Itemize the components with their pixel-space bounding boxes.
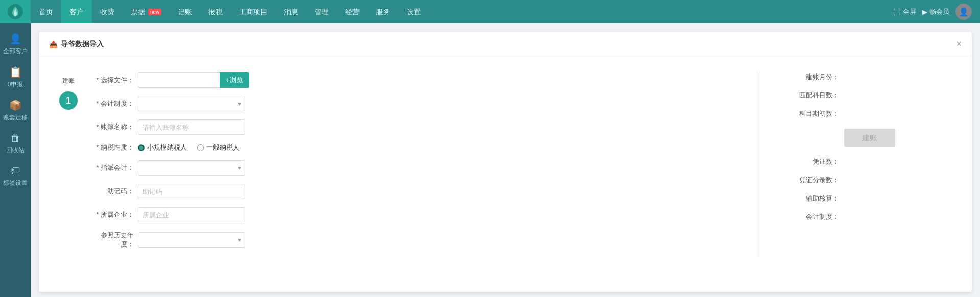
- nav-item-customer[interactable]: 客户: [61, 0, 92, 23]
- nav-item-service[interactable]: 服务: [368, 0, 398, 23]
- sidebar: 👤 全部客户 📋 0申报 📦 账套迁移 🗑 回收站 🏷 标签设置: [0, 23, 31, 297]
- company-input[interactable]: [138, 207, 245, 222]
- aux-accounting-label: 辅助核算：: [788, 194, 839, 203]
- form-row-memo-code: 助记码：: [88, 184, 726, 199]
- company-label: * 所属企业：: [88, 210, 134, 219]
- info-row-subject-match: 匹配科目数：: [788, 91, 951, 100]
- form-row-tax-type: * 纳税性质： 小规模纳税人 一般纳税人: [88, 143, 726, 152]
- nav-item-operation[interactable]: 经营: [337, 0, 368, 23]
- left-panel: 建账 1 * 选择文件： +浏览: [59, 72, 726, 257]
- nav-right: ⛶ 全屏 ▶ 畅会员 👤: [893, 4, 980, 20]
- memo-code-input[interactable]: [138, 184, 245, 199]
- form-section: * 选择文件： +浏览 * 会计制度：: [88, 72, 726, 257]
- accountant-select[interactable]: [138, 160, 245, 176]
- ledger-name-input[interactable]: [138, 119, 245, 135]
- close-button[interactable]: ×: [956, 39, 962, 50]
- main-layout: 👤 全部客户 📋 0申报 📦 账套迁移 🗑 回收站 🏷 标签设置 📤: [0, 23, 980, 297]
- right-panel: 建账月份： 匹配科目数： 科目期初数： 建账: [788, 72, 951, 257]
- nav-item-home[interactable]: 首页: [31, 0, 61, 23]
- form-row-history-year: 参照历史年度：: [88, 231, 726, 249]
- sidebar-item-tags[interactable]: 🏷 标签设置: [0, 160, 31, 192]
- logo[interactable]: [0, 0, 31, 23]
- history-year-select-wrapper: [138, 232, 245, 247]
- sidebar-item-all-customers[interactable]: 👤 全部客户: [0, 28, 31, 61]
- voucher-entries-label: 凭证分录数：: [788, 176, 839, 185]
- file-label: * 选择文件：: [88, 76, 134, 85]
- sidebar-item-label: 0申报: [8, 80, 23, 89]
- form-row-ledger-name: * 账簿名称：: [88, 119, 726, 135]
- nav-item-business[interactable]: 工商项目: [231, 0, 276, 23]
- info-row-accounting-system: 会计制度：: [788, 212, 951, 221]
- dialog: 📤 导爷数据导入 × 建账 1 * 选择文件：: [39, 32, 972, 292]
- tags-icon: 🏷: [10, 165, 20, 177]
- subject-match-label: 匹配科目数：: [788, 91, 839, 100]
- form-row-accountant: * 指派会计：: [88, 160, 726, 176]
- radio-group-tax: 小规模纳税人 一般纳税人: [138, 143, 240, 152]
- info-accounting-system-label: 会计制度：: [788, 212, 839, 221]
- sidebar-item-declare[interactable]: 📋 0申报: [0, 61, 31, 94]
- info-row-voucher-entries: 凭证分录数：: [788, 176, 951, 185]
- month-label: 建账月份：: [788, 72, 839, 82]
- create-account-button[interactable]: 建账: [844, 129, 895, 147]
- nav-item-bookkeeping[interactable]: 记账: [170, 0, 200, 23]
- sidebar-item-recycle[interactable]: 🗑 回收站: [0, 127, 31, 160]
- form-row-company: * 所属企业：: [88, 207, 726, 222]
- nav-item-tax[interactable]: 报税: [200, 0, 231, 23]
- form-row-file: * 选择文件： +浏览: [88, 72, 726, 88]
- content-area: 📤 导爷数据导入 × 建账 1 * 选择文件：: [31, 23, 980, 297]
- nav-items: 首页 客户 收费 票据 new 记账 报税 工商项目 消息 管理 经营 服务 设…: [31, 0, 893, 23]
- avatar[interactable]: 👤: [955, 4, 972, 20]
- accountant-select-wrapper: [138, 160, 245, 176]
- file-input-wrapper: +浏览: [138, 72, 249, 88]
- history-year-label: 参照历史年度：: [88, 231, 134, 249]
- voucher-count-label: 凭证数：: [788, 157, 839, 166]
- dialog-header: 📤 导爷数据导入 ×: [39, 32, 972, 57]
- sidebar-item-label: 回收站: [6, 146, 25, 155]
- migrate-icon: 📦: [9, 99, 22, 111]
- step-circle: 1: [59, 91, 78, 110]
- history-year-select[interactable]: [138, 232, 245, 247]
- fullscreen-icon: ⛶: [893, 8, 901, 16]
- accounting-system-select[interactable]: [138, 96, 245, 111]
- radio-small-taxpayer[interactable]: 小规模纳税人: [138, 143, 187, 152]
- avatar-icon: 👤: [959, 7, 969, 17]
- nav-item-fees[interactable]: 收费: [92, 0, 123, 23]
- accounting-system-select-wrapper: [138, 96, 245, 111]
- nav-item-manage[interactable]: 管理: [306, 0, 337, 23]
- fullscreen-label: 全屏: [903, 7, 916, 16]
- new-badge: new: [148, 9, 161, 15]
- nav-item-settings[interactable]: 设置: [398, 0, 429, 23]
- top-nav: 首页 客户 收费 票据 new 记账 报税 工商项目 消息 管理 经营 服务 设…: [0, 0, 980, 23]
- radio-general-taxpayer[interactable]: 一般纳税人: [197, 143, 240, 152]
- nav-item-message[interactable]: 消息: [276, 0, 306, 23]
- dialog-body: 建账 1 * 选择文件： +浏览: [39, 57, 972, 273]
- declare-icon: 📋: [9, 66, 22, 78]
- info-row-subject-initial: 科目期初数：: [788, 109, 951, 118]
- dialog-title: 📤 导爷数据导入: [49, 40, 104, 49]
- accounting-system-label: * 会计制度：: [88, 99, 134, 108]
- member-label: 畅会员: [929, 7, 949, 16]
- all-customers-icon: 👤: [9, 33, 22, 45]
- nav-item-tickets[interactable]: 票据 new: [123, 0, 170, 23]
- accountant-label: * 指派会计：: [88, 163, 134, 172]
- sidebar-item-label: 标签设置: [3, 179, 28, 187]
- member-btn[interactable]: ▶ 畅会员: [922, 7, 949, 16]
- ledger-name-label: * 账簿名称：: [88, 122, 134, 132]
- info-row-aux-accounting: 辅助核算：: [788, 194, 951, 203]
- upload-icon: 📤: [49, 40, 58, 48]
- info-row-month: 建账月份：: [788, 72, 951, 82]
- form-row-accounting-system: * 会计制度：: [88, 96, 726, 111]
- file-input[interactable]: [138, 72, 220, 88]
- browse-button[interactable]: +浏览: [220, 72, 249, 88]
- info-row-voucher-count: 凭证数：: [788, 157, 951, 166]
- memo-code-label: 助记码：: [88, 187, 134, 196]
- sidebar-item-label: 账套迁移: [3, 113, 28, 122]
- sidebar-item-label: 全部客户: [3, 47, 28, 56]
- divider: [757, 72, 757, 257]
- tax-type-label: * 纳税性质：: [88, 143, 134, 152]
- subject-initial-label: 科目期初数：: [788, 109, 839, 118]
- play-icon: ▶: [922, 8, 927, 16]
- sidebar-item-migrate[interactable]: 📦 账套迁移: [0, 94, 31, 127]
- fullscreen-btn[interactable]: ⛶ 全屏: [893, 7, 916, 16]
- recycle-icon: 🗑: [10, 132, 20, 144]
